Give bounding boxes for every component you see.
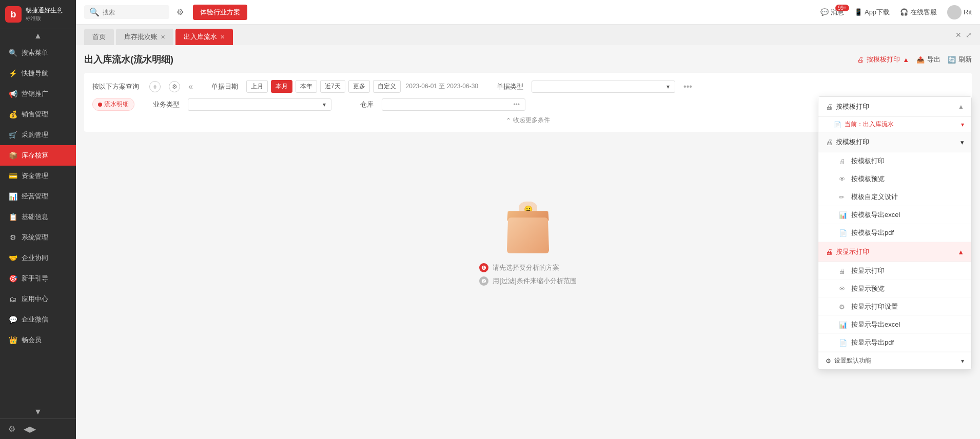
empty-step2-text: 用[过滤]条件来缩小分析范围	[493, 276, 576, 286]
flow-detail-tag[interactable]: 流水明细	[92, 98, 134, 111]
date-btn-7days[interactable]: 近7天	[320, 80, 345, 93]
print-template-label: 按模板打印	[867, 55, 900, 64]
date-btn-last-month[interactable]: 上月	[246, 80, 268, 93]
app-download-btn[interactable]: 📱 App下载	[854, 8, 890, 17]
sidebar-item-base-info[interactable]: 📋 基础信息	[0, 207, 76, 227]
doc-type-select[interactable]: ▾	[532, 81, 675, 93]
date-btn-this-month[interactable]: 本月	[271, 80, 292, 93]
user-profile-btn[interactable]: Rit	[947, 5, 972, 19]
date-btn-custom[interactable]: 自定义	[373, 80, 401, 93]
sidebar-item-operations[interactable]: 📊 经营管理	[0, 186, 76, 207]
sidebar-item-member[interactable]: 👑 畅会员	[0, 330, 76, 350]
tab-maximize-icon[interactable]: ⤢	[966, 31, 972, 39]
tab-inout-flow-close[interactable]: ✕	[220, 34, 225, 41]
dropdown-item-display-settings[interactable]: ⚙ 按显示打印设置	[818, 298, 971, 316]
date-range-display: 2023-06-01 至 2023-06-30	[406, 82, 478, 91]
main-area: 🔍 ⚙ 体验行业方案 💬 消息 99+ 📱 App下载 🎧 在线客服 R	[76, 0, 980, 439]
dropdown-item-template-pdf[interactable]: 📄 按模板导出pdf	[818, 224, 971, 242]
message-btn[interactable]: 💬 消息 99+	[820, 8, 844, 17]
header-search-box[interactable]: 🔍	[84, 5, 169, 19]
page-actions: 🖨 按模板打印 ▲ 📤 导出 🔄 刷新	[857, 55, 972, 64]
display-print-section-header[interactable]: 🖨 按显示打印 ▲	[818, 242, 971, 262]
doc-type-more-icon[interactable]: •••	[683, 82, 692, 91]
dropdown-item-display-excel[interactable]: 📊 按显示导出excel	[818, 316, 971, 334]
sidebar-item-system[interactable]: ⚙ 系统管理	[0, 227, 76, 248]
warehouse-select[interactable]: •••	[382, 98, 525, 111]
sidebar-item-search-menu[interactable]: 🔍 搜索菜单	[0, 43, 76, 63]
filter-settings-btn[interactable]: ⚙	[169, 81, 180, 92]
app-download-label: App下载	[865, 8, 890, 17]
dropdown-chevron-up[interactable]: ▲	[958, 103, 964, 110]
date-btn-more[interactable]: 更多	[348, 80, 370, 93]
date-label: 单据日期	[211, 82, 238, 91]
tab-home[interactable]: 首页	[84, 29, 114, 45]
current-label-text: 当前：出入库流水	[845, 120, 894, 129]
tab-batch-account-label: 库存批次账	[124, 32, 158, 42]
print-template-btn[interactable]: 🖨 按模板打印 ▲	[857, 55, 909, 64]
dropdown-item-template-preview[interactable]: 👁 按模板预览	[818, 170, 971, 188]
filter-add-btn[interactable]: +	[149, 81, 161, 92]
warehouse-more-icon[interactable]: •••	[513, 101, 520, 108]
operations-icon: 📊	[8, 192, 17, 201]
sidebar-item-sales[interactable]: 💰 销售管理	[0, 104, 76, 125]
dropdown-item-template-excel[interactable]: 📊 按模板导出excel	[818, 206, 971, 224]
online-service-label: 在线客服	[910, 8, 937, 17]
print-dropdown-arrow[interactable]: ▲	[903, 56, 909, 64]
purchase-icon: 🛒	[8, 130, 17, 139]
online-service-btn[interactable]: 🎧 在线客服	[900, 8, 937, 17]
display-preview-icon: 👁	[839, 285, 847, 293]
sidebar-item-weixin[interactable]: 💬 企业微信	[0, 309, 76, 330]
dropdown-item-display-preview[interactable]: 👁 按显示预览	[818, 280, 971, 298]
sidebar-item-purchase[interactable]: 🛒 采购管理	[0, 125, 76, 145]
template-excel-label: 按模板导出excel	[851, 210, 900, 220]
sidebar-item-finance[interactable]: 💳 资金管理	[0, 166, 76, 186]
biz-type-select[interactable]: ▾	[188, 98, 331, 111]
search-plan-label: 按以下方案查询	[92, 82, 139, 91]
sidebar-item-inventory[interactable]: 📦 库存核算	[0, 145, 76, 166]
template-section-arrow[interactable]: ▾	[961, 138, 964, 146]
sidebar-item-marketing[interactable]: 📢 营销推广	[0, 84, 76, 104]
header-gear-icon[interactable]: ⚙	[177, 7, 184, 17]
empty-text: ❶ 请先选择要分析的方案 ❷ 用[过滤]条件来缩小分析范围	[479, 263, 576, 286]
search-icon: 🔍	[89, 7, 100, 17]
search-input[interactable]	[103, 9, 164, 16]
sidebar-item-app-center[interactable]: 🗂 应用中心	[0, 289, 76, 309]
industry-btn[interactable]: 体验行业方案	[193, 5, 247, 20]
print-icon: 🖨	[857, 56, 864, 64]
sidebar-item-quick-nav[interactable]: ⚡ 快捷导航	[0, 63, 76, 84]
search-menu-icon: 🔍	[8, 48, 17, 57]
sidebar-item-guide[interactable]: 🎯 新手引导	[0, 268, 76, 289]
bottom-collapse-icon[interactable]: ◀▶	[24, 424, 36, 434]
template-print-section-header[interactable]: 🖨 按模板打印 ▾	[818, 132, 971, 152]
tab-close-window-icon[interactable]: ✕	[955, 31, 962, 39]
current-chevron[interactable]: ▾	[961, 121, 964, 128]
sidebar-scroll-down[interactable]: ▼	[0, 405, 76, 418]
template-preview-label: 按模板预览	[851, 174, 885, 184]
footer-dropdown-arrow[interactable]: ▾	[961, 357, 964, 365]
empty-step1-text: 请先选择要分析的方案	[493, 263, 559, 272]
sidebar-item-company[interactable]: 🤝 企业协同	[0, 248, 76, 268]
tab-batch-account-close[interactable]: ✕	[161, 34, 165, 41]
current-icon: 📄	[834, 121, 841, 128]
sidebar-label-purchase: 采购管理	[22, 130, 48, 139]
refresh-btn[interactable]: 🔄 刷新	[948, 55, 972, 64]
dropdown-footer[interactable]: ⚙ 设置默认功能 ▾	[818, 352, 971, 369]
display-section-arrow[interactable]: ▲	[957, 248, 964, 256]
dropdown-item-display-pdf[interactable]: 📄 按显示导出pdf	[818, 334, 971, 352]
filter-collapse-icon[interactable]: «	[188, 82, 193, 91]
sales-icon: 💰	[8, 110, 17, 119]
tab-inout-flow[interactable]: 出入库流水 ✕	[175, 29, 233, 45]
tab-bar-right: ✕ ⤢	[955, 31, 972, 39]
sidebar-scroll-up[interactable]: ▲	[0, 29, 76, 43]
sidebar-label-operations: 经营管理	[22, 192, 48, 201]
export-btn[interactable]: 📤 导出	[916, 55, 940, 64]
dropdown-item-template-custom[interactable]: ✏ 模板自定义设计	[818, 188, 971, 206]
dropdown-item-display-print[interactable]: 🖨 按显示打印	[818, 262, 971, 280]
date-btn-this-year[interactable]: 本年	[296, 80, 317, 93]
system-icon: ⚙	[8, 233, 17, 242]
tab-batch-account[interactable]: 库存批次账 ✕	[116, 29, 173, 45]
message-badge: 99+	[835, 5, 849, 11]
bottom-settings-icon[interactable]: ⚙	[8, 424, 15, 434]
dropdown-item-template-print[interactable]: 🖨 按模板打印	[818, 152, 971, 170]
sidebar-bottom: ⚙ ◀▶	[0, 418, 76, 439]
